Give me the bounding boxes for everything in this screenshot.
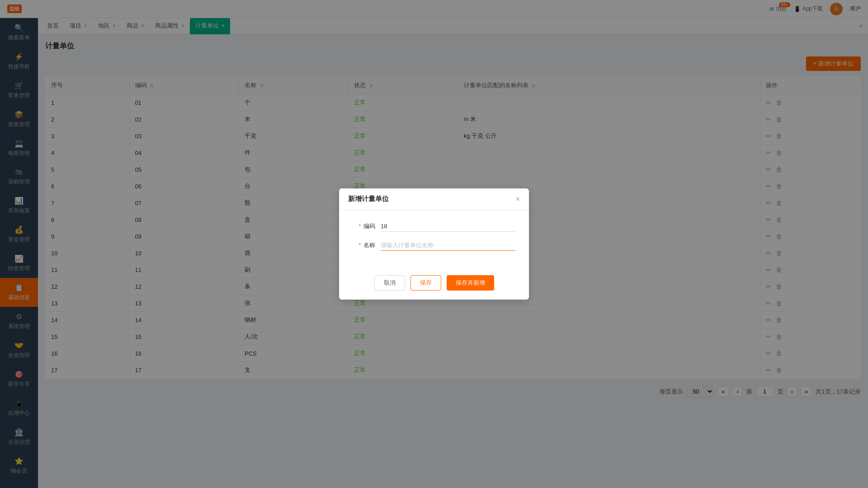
modal-close-btn[interactable]: × <box>516 195 520 203</box>
modal-overlay[interactable]: 新增计量单位 × * 编码 * 名称 取消 保存 保存并新增 <box>0 0 868 488</box>
save-button[interactable]: 保存 <box>410 275 441 291</box>
modal-body: * 编码 * 名称 <box>339 210 529 270</box>
required-mark: * <box>359 223 361 230</box>
code-form-row: * 编码 <box>353 221 515 232</box>
save-and-new-button[interactable]: 保存并新增 <box>447 275 494 291</box>
name-input[interactable] <box>381 240 515 251</box>
code-label: * 编码 <box>353 222 375 230</box>
modal-footer: 取消 保存 保存并新增 <box>339 270 529 300</box>
code-input[interactable] <box>381 221 515 232</box>
name-label: * 名称 <box>353 241 375 249</box>
name-form-row: * 名称 <box>353 240 515 251</box>
add-unit-modal: 新增计量单位 × * 编码 * 名称 取消 保存 保存并新增 <box>339 188 529 300</box>
modal-header: 新增计量单位 × <box>339 188 529 210</box>
required-mark-name: * <box>359 242 361 249</box>
modal-title: 新增计量单位 <box>348 195 389 203</box>
cancel-button[interactable]: 取消 <box>374 275 405 291</box>
